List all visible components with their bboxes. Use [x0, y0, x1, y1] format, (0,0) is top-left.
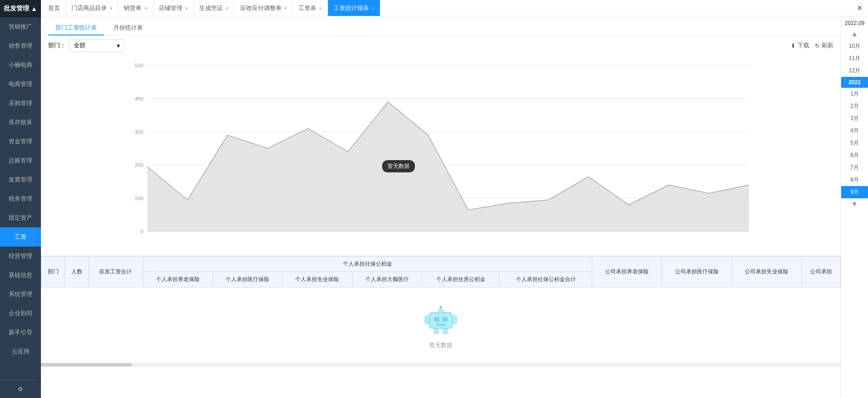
month-item-12月[interactable]: 12月: [841, 65, 868, 77]
empty-state: 暂无数据: [41, 287, 841, 363]
refresh-label: 刷新: [822, 41, 833, 50]
col-subheader-个人承担医疗保险: 个人承担医疗保险: [212, 272, 282, 287]
sidebar-header[interactable]: 批发管理 ▲: [0, 0, 41, 17]
sidebar-item-库存核算[interactable]: 库存核算: [0, 113, 41, 132]
sidebar-item-工资[interactable]: 工资: [0, 227, 41, 247]
sidebar-item-税务管理[interactable]: 税务管理: [0, 189, 41, 208]
sidebar-item-云应用[interactable]: 云应用: [0, 342, 41, 361]
sidebar-item-销售管理[interactable]: 销售管理: [0, 36, 41, 55]
tab-close-icon[interactable]: ×: [319, 5, 322, 11]
month-item-7月[interactable]: 7月: [841, 161, 868, 174]
down-arrow-button[interactable]: ▼: [849, 198, 860, 210]
sidebar-item-总账管理[interactable]: 总账管理: [0, 151, 41, 170]
tab-close-icon[interactable]: ×: [284, 5, 287, 11]
tab-门店商品目录[interactable]: 门店商品目录×: [66, 0, 118, 16]
col-header-人数: 人数: [65, 257, 89, 287]
year-display[interactable]: 2022.09: [845, 18, 864, 28]
tab-close-icon[interactable]: ×: [185, 5, 188, 11]
sidebar-item-营销推广[interactable]: 营销推广: [0, 17, 41, 36]
month-item-9月[interactable]: 9月: [841, 186, 868, 198]
tab-工资统计报表[interactable]: 工资统计报表×: [328, 0, 380, 16]
svg-text:100: 100: [135, 195, 144, 202]
tab-label: 销货单: [124, 4, 141, 12]
svg-rect-21: [434, 328, 439, 334]
sidebar-item-经营管理[interactable]: 经营管理: [0, 247, 41, 266]
download-label: 下载: [797, 41, 809, 50]
sidebar-item-采购管理[interactable]: 采购管理: [0, 94, 41, 113]
month-item-3月[interactable]: 3月: [841, 112, 868, 125]
month-item-8月[interactable]: 8月: [841, 174, 868, 186]
svg-rect-14: [442, 317, 448, 322]
col-group-header: 个人承担社保公积金: [143, 257, 592, 272]
sidebar-item-系统管理[interactable]: 系统管理: [0, 285, 41, 304]
sidebar: 批发管理 ▲ 营销推广销售管理小畅电商电商管理采购管理库存核算资金管理总账管理发…: [0, 0, 41, 398]
tab-label: 应收应付调整单: [240, 4, 282, 12]
month-item-4月[interactable]: 4月: [841, 125, 868, 137]
month-item-2022[interactable]: 2022: [841, 77, 868, 88]
col-header-公司承担医疗保险: 公司承担医疗保险: [662, 257, 732, 287]
tab-close-icon[interactable]: ×: [144, 5, 147, 11]
tab-close-icon[interactable]: ×: [372, 5, 374, 11]
svg-rect-12: [429, 312, 452, 328]
sidebar-item-电商管理[interactable]: 电商管理: [0, 75, 41, 94]
tab-销货单[interactable]: 销货单×: [118, 0, 153, 16]
sidebar-collapse-icon: ▲: [31, 5, 37, 12]
settings-icon: ⚙: [18, 386, 23, 393]
month-item-2月[interactable]: 2月: [841, 100, 868, 112]
sidebar-item-基础信息[interactable]: 基础信息: [0, 266, 41, 285]
main-area: 首页门店商品目录×销货单×店铺管理×生成凭证×应收应付调整单×工资表×工资统计报…: [41, 0, 868, 398]
tab-label: 生成凭证: [199, 4, 223, 12]
scrollbar-thumb[interactable]: [41, 363, 132, 367]
svg-rect-15: [436, 324, 445, 326]
up-arrow-button[interactable]: ▲: [849, 28, 860, 40]
sub-tab-月份统计表[interactable]: 月份统计表: [106, 21, 150, 35]
month-item-10月[interactable]: 10月: [841, 40, 868, 52]
dept-select[interactable]: 全部 ▾: [70, 39, 124, 52]
tab-应收应付调整单[interactable]: 应收应付调整单×: [235, 0, 293, 16]
settings-button[interactable]: ⚙: [0, 380, 41, 398]
horizontal-scrollbar[interactable]: [41, 363, 841, 367]
svg-text:200: 200: [135, 162, 144, 168]
sidebar-item-资金管理[interactable]: 资金管理: [0, 132, 41, 151]
sidebar-item-小畅电商[interactable]: 小畅电商: [0, 55, 41, 75]
svg-point-18: [439, 306, 442, 308]
col-header-公司承担: 公司承担: [802, 257, 841, 287]
sidebar-item-固定资产[interactable]: 固定资产: [0, 208, 41, 227]
month-item-5月[interactable]: 5月: [841, 137, 868, 149]
tab-label: 工资统计报表: [333, 4, 369, 12]
refresh-button[interactable]: ↻ 刷新: [815, 41, 833, 50]
sidebar-item-发票管理[interactable]: 发票管理: [0, 170, 41, 189]
tab-首页[interactable]: 首页: [43, 0, 66, 16]
svg-rect-20: [452, 316, 457, 324]
svg-text:300: 300: [135, 129, 144, 135]
dept-value: 全部: [74, 41, 86, 50]
empty-text: 暂无数据: [429, 341, 453, 349]
col-subheader-个人承担养老保险: 个人承担养老保险: [143, 272, 212, 287]
svg-text:400: 400: [135, 96, 144, 102]
tab-label: 门店商品目录: [71, 4, 107, 12]
toolbar-right: ⬇ 下载 ↻ 刷新: [791, 41, 833, 50]
tab-label: 首页: [48, 4, 60, 12]
svg-rect-16: [439, 309, 443, 313]
tab-生成凭证[interactable]: 生成凭证×: [194, 0, 234, 16]
col-subheader-个人承担大额医疗: 个人承担大额医疗: [352, 272, 422, 287]
window-close-button[interactable]: ✕: [853, 4, 866, 12]
year-month-panel: 2022.09 ▲ 10月11月12月20221月2月3月4月5月6月7月8月9…: [841, 16, 868, 398]
download-icon: ⬇: [791, 42, 796, 49]
download-button[interactable]: ⬇ 下载: [791, 41, 809, 50]
col-subheader-个人承担社保公积金合计: 个人承担社保公积金合计: [500, 272, 592, 287]
sidebar-item-企业协同[interactable]: 企业协同: [0, 304, 41, 323]
month-item-11月[interactable]: 11月: [841, 52, 868, 65]
tab-close-icon[interactable]: ×: [226, 5, 228, 11]
col-subheader-个人承担住房公积金: 个人承担住房公积金: [422, 272, 499, 287]
sidebar-item-新手引导[interactable]: 新手引导: [0, 323, 41, 342]
month-item-1月[interactable]: 1月: [841, 88, 868, 100]
tab-店铺管理[interactable]: 店铺管理×: [153, 0, 194, 16]
tab-bar: 首页门店商品目录×销货单×店铺管理×生成凭证×应收应付调整单×工资表×工资统计报…: [41, 0, 868, 16]
sub-tab-部门工资统计表[interactable]: 部门工资统计表: [48, 21, 104, 35]
tab-close-icon[interactable]: ×: [110, 5, 112, 11]
col-subheader-个人承担失业保险: 个人承担失业保险: [283, 272, 352, 287]
table-section[interactable]: 部门人数应发工资合计个人承担社保公积金公司承担养老保险公司承担医疗保险公司承担失…: [41, 256, 841, 398]
tab-工资表[interactable]: 工资表×: [293, 0, 328, 16]
month-item-6月[interactable]: 6月: [841, 149, 868, 161]
